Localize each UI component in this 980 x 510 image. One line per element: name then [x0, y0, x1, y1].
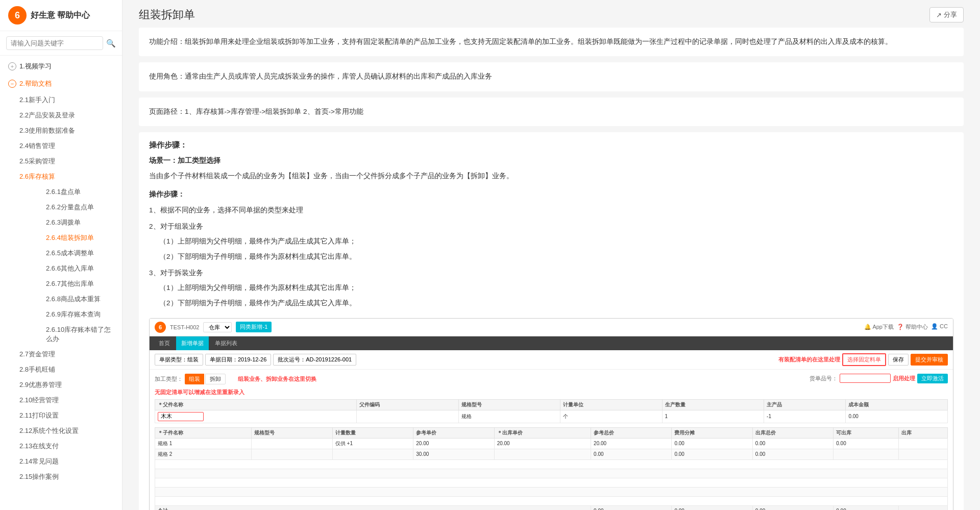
mock-sub-th-9: 可出库 [834, 427, 898, 438]
step1: 1、根据不同的业务，选择不同单据的类型来处理 [149, 204, 953, 217]
mock-btn-clearance[interactable]: 选择固定料单 [842, 353, 886, 366]
sidebar-item-2-13[interactable]: 2.13在线支付 [0, 439, 122, 454]
mock-nav-list[interactable]: 单据列表 [210, 336, 242, 350]
mock-nav-new[interactable]: 新增单据 [176, 336, 209, 350]
sidebar-item-2[interactable]: − 2.帮助文档 [0, 75, 122, 92]
mock-company: TEST-H002 [170, 324, 199, 330]
sidebar-item-2-6-5[interactable]: 2.6.5成本调整单 [27, 246, 122, 261]
sub-td-2-8: 0.00 [752, 449, 833, 459]
footer-v1: 0.00 [591, 505, 672, 510]
share-button[interactable]: ↗ 分享 [929, 7, 964, 22]
sub-td-2-3 [332, 449, 413, 459]
sidebar-item-2-4[interactable]: 2.4销售管理 [0, 138, 122, 154]
sidebar-item-2-8[interactable]: 2.8手机旺铺 [0, 362, 122, 377]
mock-label-wh: 货单品号： [810, 375, 838, 382]
sidebar-item-2-6-7[interactable]: 2.6.7其他出库单 [27, 276, 122, 292]
table-row: 规格 个 1 -1 0.00 [155, 410, 948, 423]
sub-td-1-6: 20.00 [591, 438, 672, 449]
sidebar-item-2-6-1[interactable]: 2.6.1盘点单 [27, 184, 122, 200]
mock-sub-th-10: 出库 [898, 427, 947, 438]
mock-input-name[interactable] [158, 412, 204, 421]
step2-2: （2）下部明细为子件明细，最终作为原材料生成其它出库单。 [149, 250, 953, 263]
mock-btn-save[interactable]: 保存 [888, 354, 909, 366]
search-box[interactable]: 🔍 [0, 31, 122, 56]
step3-2: （2）下部明细为子件明细，最终作为产成品生成其它入库单。 [149, 297, 953, 310]
step3: 3、对于拆装业务 [149, 266, 953, 280]
scene1-title: 场景一：加工类型选择 [149, 156, 953, 165]
sidebar-item-2-15[interactable]: 2.15操作案例 [0, 469, 122, 484]
mock-type-disassemble[interactable]: 拆卸 [205, 374, 226, 384]
mock-field-right: 货单品号： 启用处理 立即激活 [810, 374, 948, 383]
sidebar: 6 好生意 帮助中心 🔍 + 1.视频学习 − 2.帮助文档 2.1新手入门 2… [0, 0, 122, 510]
mock-icon-help: ❓ 帮助中心 [897, 323, 928, 331]
annotation2-text: 组装业务、拆卸业务在这里切换 [238, 375, 316, 383]
mock-btn-date[interactable]: 单据日期：2019-12-26 [205, 354, 271, 366]
sidebar-item-2-10[interactable]: 2.10经营管理 [0, 393, 122, 408]
sidebar-item-2-6-10[interactable]: 2.6.10库存账本错了怎么办 [27, 322, 122, 347]
mock-input-wh[interactable] [840, 374, 891, 383]
sidebar-item-2-6-8[interactable]: 2.6.8商品成本重算 [27, 292, 122, 307]
mock-sub-th-5: ＊出库单价 [494, 427, 591, 438]
share-label: 分享 [944, 10, 957, 19]
sidebar-item-2-1[interactable]: 2.1新手入门 [0, 92, 122, 108]
mock-nav-home[interactable]: 首页 [154, 336, 175, 350]
sidebar-item-2-9[interactable]: 2.9优惠券管理 [0, 377, 122, 393]
mock-th-3: 规格型号 [458, 399, 560, 410]
app-name: 好生意 帮助中心 [31, 10, 90, 21]
screenshot-inner: 6 TEST-H002 仓库 同类新增-1 🔔 App下载 ❓ 帮助中心 👤 C… [150, 319, 953, 510]
screenshot-container: 6 TEST-H002 仓库 同类新增-1 🔔 App下载 ❓ 帮助中心 👤 C… [149, 318, 953, 510]
sidebar-item-2-6[interactable]: 2.6库存核算 [0, 169, 122, 184]
sidebar-item-1[interactable]: + 1.视频学习 [0, 58, 122, 75]
mock-th-4: 计量单位 [560, 399, 663, 410]
mock-sub-th-1: ＊子件名称 [155, 427, 252, 438]
sub-td-2-2 [252, 449, 332, 459]
mock-td-7: 0.00 [846, 410, 948, 423]
main-area: 组装拆卸单 ↗ 分享 功能介绍：组装拆卸单用来处理企业组装或拆卸等加工业务，支持… [122, 0, 980, 510]
expand-icon-1: + [8, 62, 16, 70]
mock-field-1: 加工类型： 组装 拆卸 组装业务、拆卸业务在这里切换 [155, 374, 316, 384]
mock-icon-user: 👤 CC [931, 323, 948, 331]
mock-btn-num[interactable]: 批次运号：AD-20191226-001 [273, 354, 356, 366]
search-input[interactable] [6, 36, 103, 50]
mock-btn-submit[interactable]: 提交并审核 [911, 354, 948, 366]
mock-new-btn[interactable]: 同类新增-1 [236, 322, 272, 332]
mock-label-type: 加工类型： [155, 375, 183, 383]
sidebar-item-2-6-4[interactable]: 2.6.4组装拆卸单 [27, 230, 122, 246]
sidebar-item-2-11[interactable]: 2.11打印设置 [0, 408, 122, 423]
sidebar-item-2-6-2[interactable]: 2.6.2分量盘点单 [27, 200, 122, 215]
mock-btn-type[interactable]: 单据类型：组装 [155, 354, 203, 366]
annotation1-text: 有装配清单的在这里处理 [778, 356, 840, 363]
path-block: 页面路径：1、库存核算->库存管理->组装拆卸单 2、首页->常用功能 [139, 98, 964, 126]
mock-store-select[interactable]: 仓库 [203, 322, 232, 332]
sidebar-item-2-6-9[interactable]: 2.6.9库存账本查询 [27, 307, 122, 322]
sub-td-2-10 [898, 449, 947, 459]
mock-td-3: 规格 [458, 410, 560, 423]
mock-type-tabs: 组装 拆卸 [185, 374, 226, 384]
sidebar-item-2-12[interactable]: 2.12系统个性化设置 [0, 423, 122, 439]
sidebar-item-2-3[interactable]: 2.3使用前数据准备 [0, 123, 122, 138]
mock-btn-activate[interactable]: 立即激活 [917, 374, 948, 383]
mock-lower-table: ＊子件名称 规格型号 计量数量 参考单价 ＊出库单价 参考总价 费用分摊 出库总… [155, 427, 948, 510]
sidebar-sub-group-2-6: 2.6.1盘点单 2.6.2分量盘点单 2.6.3调拨单 2.6.4组装拆卸单 … [0, 184, 122, 347]
search-icon[interactable]: 🔍 [106, 39, 116, 48]
sidebar-item-2-6-6[interactable]: 2.6.6其他入库单 [27, 261, 122, 276]
sidebar-item-2-2[interactable]: 2.2产品安装及登录 [0, 108, 122, 123]
sub-td-1-4: 20.00 [413, 438, 494, 449]
footer-v5 [898, 505, 947, 510]
mock-form-area: 加工类型： 组装 拆卸 组装业务、拆卸业务在这里切换 货单品号： 启用 [150, 370, 953, 510]
sub-td-1-7: 0.00 [672, 438, 752, 449]
ops-steps-title: 操作步骤： [149, 188, 953, 201]
sub-td-2-4: 30.00 [413, 449, 494, 459]
sidebar-header: 6 好生意 帮助中心 [0, 0, 122, 31]
mock-th-1: ＊父件名称 [155, 399, 357, 410]
mock-type-assemble[interactable]: 组装 [185, 374, 204, 384]
mock-td-1 [155, 410, 357, 423]
feature-intro-block: 功能介绍：组装拆卸单用来处理企业组装或拆卸等加工业务，支持有固定装配清单的产品加… [139, 28, 964, 56]
sidebar-item-2-5[interactable]: 2.5采购管理 [0, 154, 122, 169]
mock-td-5: 1 [662, 410, 764, 423]
sidebar-item-2-6-3[interactable]: 2.6.3调拨单 [27, 215, 122, 230]
sidebar-item-2-14[interactable]: 2.14常见问题 [0, 454, 122, 469]
mock-th-2: 父件编码 [357, 399, 459, 410]
sidebar-item-2-7[interactable]: 2.7资金管理 [0, 347, 122, 362]
sub-td-1-10 [898, 438, 947, 449]
